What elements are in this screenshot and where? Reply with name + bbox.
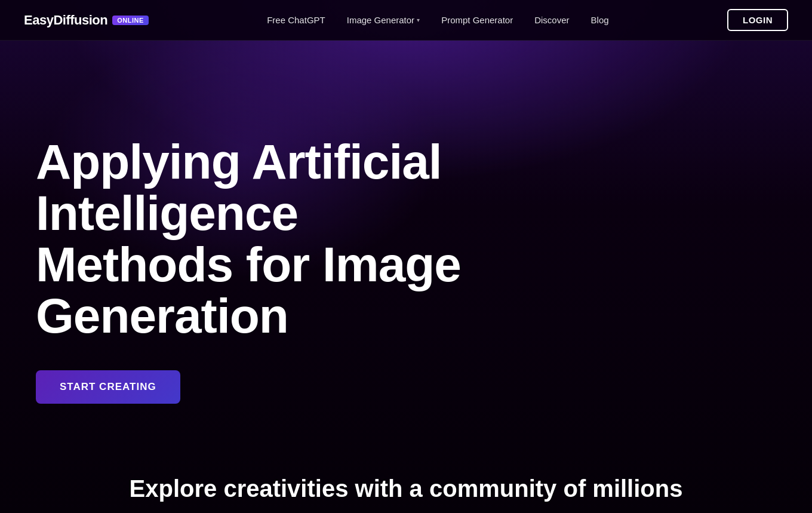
- chevron-down-icon: ▾: [417, 17, 420, 23]
- hero-title: Applying Artificial Intelligence Methods…: [36, 136, 502, 342]
- nav-link-image-generator[interactable]: Image Generator ▾: [347, 15, 420, 25]
- bottom-title: Explore creativities with a community of…: [36, 475, 776, 502]
- logo-text: EasyDiffusion: [24, 13, 107, 28]
- nav-item-blog[interactable]: Blog: [591, 15, 609, 26]
- logo-badge: Online: [112, 16, 149, 25]
- hero-content: Applying Artificial Intelligence Methods…: [0, 41, 537, 451]
- nav-link-chatgpt[interactable]: Free ChatGPT: [267, 15, 325, 25]
- start-creating-button[interactable]: START CREATING: [36, 370, 180, 404]
- nav-link-discover[interactable]: Discover: [534, 15, 569, 25]
- navbar: EasyDiffusion Online Free ChatGPT Image …: [0, 0, 812, 41]
- nav-item-image-generator[interactable]: Image Generator ▾: [347, 15, 420, 25]
- nav-links: Free ChatGPT Image Generator ▾ Prompt Ge…: [267, 15, 608, 26]
- hero-section: Applying Artificial Intelligence Methods…: [0, 0, 812, 513]
- nav-item-discover[interactable]: Discover: [534, 15, 569, 26]
- nav-link-blog[interactable]: Blog: [591, 15, 609, 25]
- nav-link-prompt-generator[interactable]: Prompt Generator: [441, 15, 513, 25]
- bottom-section: Explore creativities with a community of…: [0, 451, 812, 513]
- login-button[interactable]: LOGIN: [727, 9, 788, 31]
- logo[interactable]: EasyDiffusion Online: [24, 13, 149, 28]
- nav-item-prompt-generator[interactable]: Prompt Generator: [441, 15, 513, 26]
- nav-item-chatgpt[interactable]: Free ChatGPT: [267, 15, 325, 26]
